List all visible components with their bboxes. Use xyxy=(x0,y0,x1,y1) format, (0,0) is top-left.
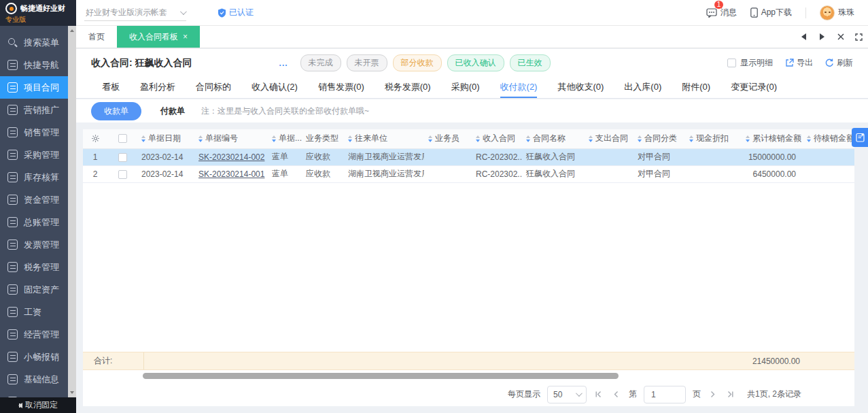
workspace-tab-label: 收入合同看板 xyxy=(129,31,178,43)
doc-no-link[interactable]: SK-20230214-002 xyxy=(198,152,264,162)
row-checkbox[interactable] xyxy=(118,153,127,162)
sidebar-item-reimburse[interactable]: 小畅报销 xyxy=(0,346,68,368)
summary-total: 21450000.00 xyxy=(752,357,800,366)
sort-icon[interactable] xyxy=(428,135,432,142)
tab-税务发票(0)[interactable]: 税务发票(0) xyxy=(385,77,431,98)
export-button[interactable]: 导出 xyxy=(785,57,813,69)
table-row[interactable]: 12023-02-14SK-20230214-002蓝单应收款湖南卫视商业运营发… xyxy=(83,148,854,165)
sort-icon[interactable] xyxy=(141,135,145,142)
last-page-button[interactable] xyxy=(725,389,736,400)
tab-scroll-left-button[interactable] xyxy=(795,26,813,48)
col-header-income_contract[interactable]: 收入合同 xyxy=(472,129,522,148)
sort-icon[interactable] xyxy=(807,135,811,142)
app-download-button[interactable]: App下载 xyxy=(750,7,792,18)
tab-出入库(0)[interactable]: 出入库(0) xyxy=(624,77,661,98)
tab-fullscreen-button[interactable] xyxy=(850,26,868,48)
tab-scroll-right-button[interactable] xyxy=(813,26,831,48)
sidebar-item-business[interactable]: 经营管理 xyxy=(0,323,68,346)
user-menu[interactable]: 珠珠 xyxy=(820,5,854,20)
row-checkbox[interactable] xyxy=(118,170,127,179)
sort-icon[interactable] xyxy=(476,135,480,142)
messages-button[interactable]: 消息 1 xyxy=(706,7,737,18)
col-header-written_off_amount[interactable]: 累计核销金额 xyxy=(734,129,805,148)
tab-销售发票(0)[interactable]: 销售发票(0) xyxy=(318,77,364,98)
sidebar-item-promotion[interactable]: 营销推广 xyxy=(0,99,68,121)
first-page-button[interactable] xyxy=(593,389,604,400)
tab-收付款(2)[interactable]: 收付款(2) xyxy=(500,77,538,98)
refresh-button[interactable]: 刷新 xyxy=(825,57,853,69)
tab-采购(0)[interactable]: 采购(0) xyxy=(451,77,480,98)
col-header-salesman[interactable]: 业务员 xyxy=(424,129,472,148)
sidebar-item-search[interactable]: 搜索菜单 xyxy=(0,31,68,54)
tab-close-button[interactable] xyxy=(831,26,850,48)
workspace-tab[interactable]: 首页 xyxy=(76,26,117,48)
per-page-select[interactable]: 50 xyxy=(547,386,587,403)
select-all-checkbox[interactable] xyxy=(118,134,127,143)
account-selector[interactable]: 好业财专业版演示帐套 xyxy=(84,5,186,21)
col-header-partner[interactable]: 往来单位 xyxy=(344,129,424,148)
sidebar-item-sales[interactable]: 销售管理 xyxy=(0,121,68,144)
tab-收入确认(2)[interactable]: 收入确认(2) xyxy=(251,77,298,98)
table-row[interactable]: 22023-02-14SK-20230214-001蓝单应收款湖南卫视商业运营发… xyxy=(83,165,854,182)
col-header-pending_amount[interactable]: 待核销金额 xyxy=(805,129,854,148)
sidebar-item-purchase[interactable]: 采购管理 xyxy=(0,144,68,166)
col-header-expense_contract[interactable]: 支出合同 xyxy=(585,129,633,148)
purchase-icon xyxy=(7,150,18,160)
sort-icon[interactable] xyxy=(198,135,203,142)
cell-doc_no: SK-20230214-001 xyxy=(194,165,268,182)
column-settings-gear-icon[interactable] xyxy=(91,134,100,143)
sort-icon[interactable] xyxy=(689,135,693,142)
sidebar-item-system[interactable]: 系统管理 xyxy=(0,391,68,397)
next-page-button[interactable] xyxy=(708,389,718,400)
sidebar-item-payroll[interactable]: 工资 xyxy=(0,301,68,323)
side-panel-toggle-button[interactable] xyxy=(852,128,868,147)
table-wrap: 单据日期单据编号单据...业务类型往来单位业务员收入合同合同名称支出合同合同分类… xyxy=(83,129,854,352)
sidebar-item-tax[interactable]: 税务管理 xyxy=(0,256,68,278)
tab-附件(0)[interactable]: 附件(0) xyxy=(682,77,710,98)
sidebar-item-assets[interactable]: 固定资产 xyxy=(0,278,68,301)
sort-icon[interactable] xyxy=(272,135,276,142)
tab-合同标的[interactable]: 合同标的 xyxy=(196,77,231,98)
subtab-付款单[interactable]: 付款单 xyxy=(160,105,185,117)
tab-看板[interactable]: 看板 xyxy=(102,77,120,98)
sort-icon[interactable] xyxy=(746,135,750,142)
col-header-contract_name[interactable]: 合同名称 xyxy=(522,129,585,148)
col-header-doc_status[interactable]: 单据... xyxy=(268,129,302,148)
sort-icon[interactable] xyxy=(589,135,593,142)
subtab-收款单[interactable]: 收款单 xyxy=(91,102,141,120)
show-detail-checkbox[interactable]: 显示明细 xyxy=(727,57,773,69)
sidebar-item-ledger[interactable]: 总账管理 xyxy=(0,211,68,233)
col-header-date[interactable]: 单据日期 xyxy=(137,129,194,148)
sidebar-item-baseinfo[interactable]: 基础信息 xyxy=(0,368,68,391)
doc-no-link[interactable]: SK-20230214-001 xyxy=(198,169,264,179)
sidebar-scrollbar[interactable] xyxy=(68,26,76,397)
prev-page-button[interactable] xyxy=(611,389,622,400)
tab-变更记录(0)[interactable]: 变更记录(0) xyxy=(731,77,777,98)
page-number-value: 1 xyxy=(651,390,656,399)
sidebar-item-label: 小畅报销 xyxy=(24,351,59,363)
more-actions-button[interactable]: ... xyxy=(279,59,288,68)
sort-icon[interactable] xyxy=(348,135,352,142)
close-tab-icon[interactable]: × xyxy=(183,32,188,42)
sort-icon[interactable] xyxy=(638,135,642,142)
sidebar-item-home[interactable]: 快捷导航 xyxy=(0,54,68,76)
column-label: 单据... xyxy=(279,133,302,144)
scroll-down-icon[interactable] xyxy=(70,391,74,394)
sidebar-item-inventory[interactable]: 库存核算 xyxy=(0,166,68,188)
scroll-up-icon[interactable] xyxy=(70,29,74,32)
horizontal-scrollbar-thumb[interactable] xyxy=(143,373,619,379)
col-header-doc_no[interactable]: 单据编号 xyxy=(194,129,268,148)
sort-icon[interactable] xyxy=(526,135,530,142)
sidebar-item-invoice[interactable]: 发票管理 xyxy=(0,233,68,256)
tab-其他收支(0)[interactable]: 其他收支(0) xyxy=(557,77,604,98)
cell-date: 2023-02-14 xyxy=(137,165,194,182)
col-header-cash_discount[interactable]: 现金折扣 xyxy=(685,129,734,148)
tab-盈利分析[interactable]: 盈利分析 xyxy=(140,77,175,98)
sidebar-item-contract[interactable]: 项目合同 xyxy=(0,76,68,99)
sidebar-item-label: 采购管理 xyxy=(24,149,59,161)
page-number-input[interactable]: 1 xyxy=(644,386,686,403)
sidebar-item-funds[interactable]: 资金管理 xyxy=(0,188,68,211)
unpin-sidebar-button[interactable]: 取消固定 xyxy=(0,397,76,413)
col-header-contract_category[interactable]: 合同分类 xyxy=(633,129,685,148)
workspace-tab[interactable]: 收入合同看板× xyxy=(117,26,200,48)
